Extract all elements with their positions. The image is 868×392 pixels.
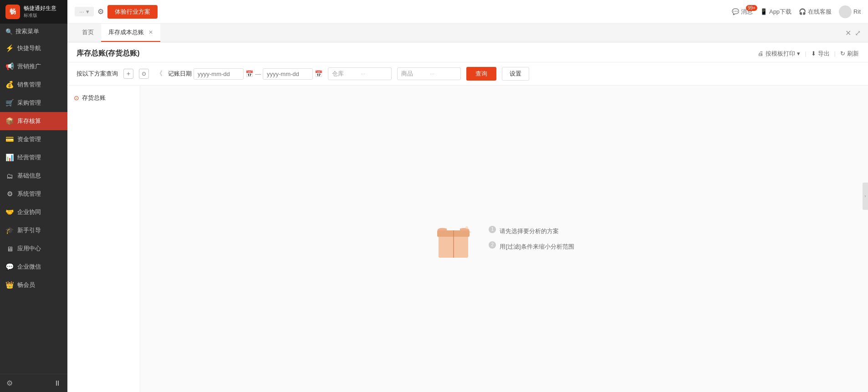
warehouse-filter[interactable]: 仓库 ··· [328,67,392,80]
right-panel-toggle[interactable]: › [863,183,868,210]
cal-start-icon[interactable]: 📅 [245,70,253,77]
export-icon: ⬇ [811,50,816,57]
product-more-icon: ··· [430,71,457,77]
message-badge: 99+ [746,5,757,11]
sidebar-item-label: 应用中心 [17,244,41,253]
purchase-icon: 🛒 [5,99,14,107]
sidebar-item-label: 营销推广 [17,62,41,71]
product-filter[interactable]: 商品 ··· [397,67,461,80]
filter-add-btn[interactable]: ＋ [123,69,133,79]
sound-icon[interactable]: ⏸ [54,379,61,387]
date-label: 记账日期 [168,70,192,78]
warehouse-label: 仓库 [332,70,359,78]
tab-close-all-icon[interactable]: ✕ [845,29,851,37]
industry-btn[interactable]: 体验行业方案 [107,5,158,19]
shortcut-icon: ⚡ [5,44,14,52]
refresh-btn[interactable]: ↻ 刷新 [840,50,859,58]
svg-point-4 [470,231,471,233]
tab-close-btn[interactable]: ✕ [148,29,153,36]
basic-icon: 🗂 [5,172,14,180]
empty-step2: 2 用[过滤]条件来缩小分析范围 [489,241,574,253]
sidebar-item-shortcut[interactable]: ⚡ 快捷导航 [0,39,67,57]
sidebar-item-appstore[interactable]: 🖥 应用中心 [0,239,67,258]
search-label: 搜索菜单 [15,27,39,36]
sidebar-item-basic[interactable]: 🗂 基础信息 [0,167,67,185]
empty-step1: 1 请先选择要分析的方案 [489,225,574,237]
date-start-input[interactable] [194,68,244,80]
tab-expand-icon[interactable]: ⤢ [855,29,861,37]
online-service-btn[interactable]: 🎧 在线客服 [799,8,832,16]
content-body: ⊙ 存货总账 [67,86,868,392]
sidebar-item-member[interactable]: 👑 畅会员 [0,276,67,294]
sidebar-item-marketing[interactable]: 📢 营销推广 [0,57,67,76]
tab-home[interactable]: 首页 [75,24,101,42]
member-icon: 👑 [5,281,14,289]
date-end-input[interactable] [263,68,313,80]
divider2: | [834,50,836,57]
sidebar-item-label: 畅会员 [17,281,35,289]
print-template-btn[interactable]: 🖨 按模板打印 ▾ [758,50,800,58]
sidebar-item-finance[interactable]: 💳 资金管理 [0,130,67,148]
topbar-right: 💬 消息 99+ 📱 App下载 🎧 在线客服 Rit [732,5,861,18]
filter-schema-btn[interactable]: ⊙ [139,69,149,79]
refresh-label: 刷新 [847,50,859,58]
system-icon: ⚙ [5,190,14,198]
export-btn[interactable]: ⬇ 导出 [811,50,830,58]
user-name: Rit [853,8,861,15]
print-label: 按模板打印 [766,50,795,58]
sidebar-item-operation[interactable]: 📊 经营管理 [0,148,67,167]
breadcrumb[interactable]: ··· ▾ [75,7,94,16]
tab-inventory-ledger[interactable]: 库存成本总账 ✕ [101,24,160,42]
download-icon: 📱 [760,8,767,15]
dropdown-icon: ▾ [86,8,89,15]
message-icon: 💬 [732,8,739,15]
main-area: ··· ▾ ⚙ 体验行业方案 💬 消息 99+ 📱 App下载 🎧 在线客服 [67,0,868,392]
warehouse-more-icon: ··· [361,71,388,77]
page-header: 库存总账(存货总账) 🖨 按模板打印 ▾ | ⬇ 导出 | ↻ 刷新 [67,42,868,62]
sidebar-item-wechat[interactable]: 💬 企业微信 [0,258,67,276]
cal-end-icon[interactable]: 📅 [315,70,322,77]
topbar-settings-icon[interactable]: ⚙ [97,7,104,16]
tab-bar: 首页 库存成本总账 ✕ ✕ ⤢ [67,24,868,42]
product-label: 商品 [401,70,428,78]
avatar-img [839,5,852,18]
service-icon: 🎧 [799,8,806,15]
message-btn[interactable]: 💬 消息 99+ [732,8,753,16]
page-actions: 🖨 按模板打印 ▾ | ⬇ 导出 | ↻ 刷新 [758,50,859,58]
settings-icon[interactable]: ⚙ [6,379,13,387]
content-area: 库存总账(存货总账) 🖨 按模板打印 ▾ | ⬇ 导出 | ↻ 刷新 [67,42,868,392]
app-download-btn[interactable]: 📱 App下载 [760,8,791,16]
sidebar-item-inventory[interactable]: 📦 库存核算 [0,112,67,130]
app-download-label: App下载 [769,8,791,16]
filter-settings-btn[interactable]: 设置 [502,67,529,81]
sidebar-search[interactable]: 🔍 搜索菜单 [0,24,67,39]
sidebar-item-label: 库存核算 [17,117,41,125]
cooperation-icon: 🤝 [5,208,14,216]
sidebar-item-system[interactable]: ⚙ 系统管理 [0,185,67,203]
empty-icon [434,219,475,260]
empty-state: 1 请先选择要分析的方案 2 用[过滤]条件来缩小分析范围 [140,86,868,392]
sidebar-item-label: 采购管理 [17,99,41,107]
finance-icon: 💳 [5,135,14,143]
date-separator: — [255,71,261,77]
scheme-item-inventory[interactable]: ⊙ 存货总账 [67,90,140,106]
step-num-2: 2 [489,241,496,249]
user-avatar[interactable]: Rit [839,5,861,18]
query-btn[interactable]: 查询 [466,67,496,81]
tab-inventory-label: 库存成本总账 [108,29,144,36]
inventory-icon: 📦 [5,117,14,125]
sidebar-item-guide[interactable]: 🎓 新手引导 [0,221,67,239]
empty-inner: 1 请先选择要分析的方案 2 用[过滤]条件来缩小分析范围 [434,219,574,260]
print-icon: 🖨 [758,50,764,57]
sidebar-item-sales[interactable]: 💰 销售管理 [0,76,67,94]
operation-icon: 📊 [5,153,14,162]
wechat-icon: 💬 [5,263,14,271]
sidebar-item-cooperation[interactable]: 🤝 企业协同 [0,203,67,221]
filter-collapse-btn[interactable]: 《 [156,70,163,78]
step-num-1: 1 [489,226,496,233]
sidebar-item-purchase[interactable]: 🛒 采购管理 [0,94,67,112]
search-icon: 🔍 [5,28,13,35]
app-logo: 畅 畅捷通好生意 标准版 [0,0,67,24]
appstore-icon: 🖥 [5,245,14,253]
tab-right-actions: ✕ ⤢ [845,29,861,37]
